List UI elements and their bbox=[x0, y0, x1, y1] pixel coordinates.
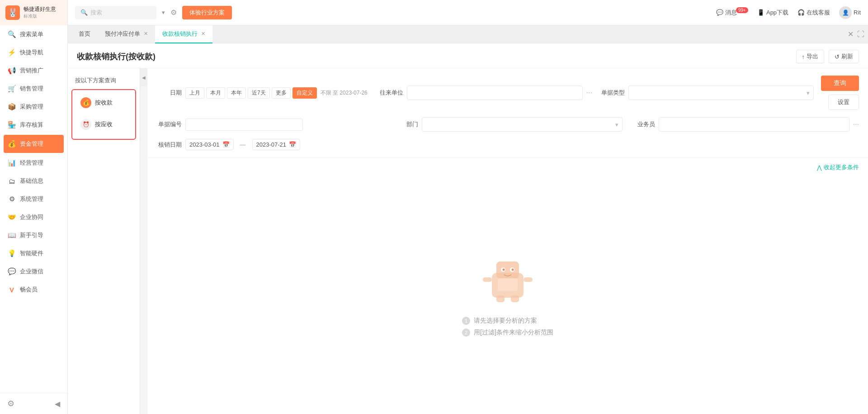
empty-state-content: 1 请先选择要分析的方案 2 用[过滤]条件来缩小分析范围 bbox=[462, 255, 553, 337]
tab-close-all-icon[interactable]: ✕ bbox=[848, 30, 854, 38]
verify-date-start-field[interactable]: 2023-03-01 📅 bbox=[185, 139, 234, 150]
sidebar-item-label: 资金管理 bbox=[20, 140, 43, 148]
collapse-panel-button[interactable]: ◀ bbox=[140, 68, 147, 86]
user-avatar: 👤 bbox=[839, 6, 852, 19]
sidebar-item-basic-info[interactable]: 🗂 基础信息 bbox=[0, 172, 67, 190]
topbar-gear-icon[interactable]: ⚙ bbox=[170, 8, 177, 17]
tab-prepay[interactable]: 预付冲应付单 ✕ bbox=[98, 25, 155, 43]
sales-icon: 🛒 bbox=[7, 85, 16, 93]
sidebar-item-inventory[interactable]: 🏪 库存核算 bbox=[0, 116, 67, 134]
collapse-more-btn[interactable]: ⋀ 收起更多条件 bbox=[817, 163, 859, 171]
app-download-action[interactable]: 📱 App下载 bbox=[757, 9, 788, 17]
refresh-button[interactable]: ↺ 刷新 bbox=[829, 50, 859, 63]
empty-tips: 1 请先选择要分析的方案 2 用[过滤]条件来缩小分析范围 bbox=[462, 317, 553, 337]
date-label: 日期 bbox=[156, 89, 182, 97]
settings-button[interactable]: 设置 bbox=[828, 95, 859, 110]
verify-date-filter-group: 核销日期 2023-03-01 📅 — 2023-07-21 📅 bbox=[156, 139, 859, 150]
user-menu[interactable]: 👤 Rit bbox=[839, 6, 861, 19]
tip-num-2: 2 bbox=[462, 328, 470, 337]
doc-no-input[interactable] bbox=[185, 119, 303, 131]
partner-dots-icon[interactable]: ··· bbox=[586, 89, 592, 97]
sidebar-item-purchase[interactable]: 📦 采购管理 bbox=[0, 98, 67, 116]
sidebar-item-marketing[interactable]: 📢 营销推广 bbox=[0, 62, 67, 80]
logo-text: 畅捷通好生意 bbox=[24, 6, 56, 13]
date-btn-7days[interactable]: 近7天 bbox=[248, 87, 270, 99]
basic-info-icon: 🗂 bbox=[7, 177, 16, 185]
tip-num-1: 1 bbox=[462, 317, 470, 325]
topbar-search-area[interactable]: 🔍 搜索 bbox=[75, 6, 156, 19]
app-icon: 📱 bbox=[757, 9, 764, 16]
sidebar-item-finance[interactable]: 💰 资金管理 bbox=[4, 135, 64, 153]
date-btn-custom[interactable]: 自定义 bbox=[292, 87, 317, 99]
svg-rect-10 bbox=[498, 278, 518, 291]
sidebar-item-system[interactable]: ⚙ 系统管理 bbox=[0, 190, 67, 208]
tab-expand-icon[interactable]: ⛶ bbox=[857, 30, 864, 38]
receipt-option-label: 按收款 bbox=[95, 99, 113, 107]
page-content: 按以下方案查询 💰 按收款 ⏰ 按应收 ◀ bbox=[68, 68, 868, 414]
sidebar-item-quick-nav[interactable]: ⚡ 快捷导航 bbox=[0, 43, 67, 62]
verify-date-end-field[interactable]: 2023-07-21 📅 bbox=[252, 139, 301, 150]
tab-prepay-label: 预付冲应付单 bbox=[105, 30, 140, 38]
sidebar-item-hardware[interactable]: 💡 智能硬件 bbox=[0, 244, 67, 262]
inventory-icon: 🏪 bbox=[7, 121, 16, 129]
settings-footer-icon[interactable]: ⚙ bbox=[7, 399, 14, 409]
sidebar-item-sales[interactable]: 🛒 销售管理 bbox=[0, 80, 67, 98]
staff-filter-group: 业务员 ··· bbox=[630, 117, 859, 132]
date-btn-more[interactable]: 更多 bbox=[272, 87, 291, 99]
service-icon: 🎧 bbox=[797, 9, 805, 16]
export-button[interactable]: ↑ 导出 bbox=[796, 50, 825, 63]
topbar-search-icon: 🔍 bbox=[80, 9, 88, 16]
date-shortcut-btns: 上月 本月 本年 近7天 更多 自定义 bbox=[185, 87, 317, 99]
system-icon: ⚙ bbox=[7, 195, 16, 203]
messages-action[interactable]: 💬 消息 99+ bbox=[716, 9, 748, 17]
main-bottom: 按以下方案查询 💰 按收款 ⏰ 按应收 ◀ bbox=[68, 68, 868, 414]
tab-receipt-close[interactable]: ✕ bbox=[201, 31, 205, 37]
query-option-by-receipt[interactable]: 💰 按收款 bbox=[75, 93, 132, 113]
dept-filter-group: 部门 ▾ bbox=[393, 117, 622, 132]
doc-type-label: 单据类型 bbox=[599, 89, 625, 97]
logo-area: 🐰 畅捷通好生意 标准版 bbox=[0, 0, 67, 25]
sidebar-footer: ⚙ ◀ bbox=[0, 393, 67, 414]
sidebar: 🐰 畅捷通好生意 标准版 🔍 搜索菜单 ⚡ 快捷导航 📢 营销推广 🛒 销售管理… bbox=[0, 0, 68, 414]
dept-select[interactable]: ▾ bbox=[422, 117, 622, 132]
receivable-option-label: 按应收 bbox=[95, 120, 113, 128]
messages-label: 消息 bbox=[725, 9, 737, 17]
date-btn-this-year[interactable]: 本年 bbox=[227, 87, 246, 99]
date-btn-this-month[interactable]: 本月 bbox=[206, 87, 225, 99]
sidebar-item-enterprise[interactable]: 🤝 企业协同 bbox=[0, 208, 67, 226]
query-option-by-receivable[interactable]: ⏰ 按应收 bbox=[75, 114, 132, 134]
sidebar-item-label: 搜索菜单 bbox=[20, 30, 43, 38]
doc-type-select[interactable]: ▾ bbox=[628, 86, 814, 100]
staff-dots-icon[interactable]: ··· bbox=[853, 120, 859, 128]
tab-home[interactable]: 首页 bbox=[71, 25, 98, 43]
wechat-icon: 💬 bbox=[7, 267, 16, 276]
sidebar-item-operation[interactable]: 📊 经营管理 bbox=[0, 154, 67, 172]
query-button[interactable]: 查询 bbox=[821, 76, 859, 91]
search-icon: 🔍 bbox=[7, 30, 16, 38]
query-actions: 查询 设置 bbox=[821, 76, 859, 110]
sidebar-item-label: 新手引导 bbox=[20, 231, 43, 239]
tab-receipt[interactable]: 收款核销执行 ✕ bbox=[155, 25, 212, 43]
online-service-action[interactable]: 🎧 在线客服 bbox=[797, 9, 830, 17]
date-btn-last-month[interactable]: 上月 bbox=[185, 87, 204, 99]
partner-input[interactable] bbox=[407, 86, 583, 100]
topbar-dropdown-icon[interactable]: ▾ bbox=[162, 9, 165, 16]
sidebar-item-member[interactable]: V 畅会员 bbox=[0, 281, 67, 299]
partner-filter-group: 往来单位 ··· bbox=[378, 86, 592, 100]
doc-type-chevron: ▾ bbox=[807, 90, 810, 96]
industry-plan-button[interactable]: 体验行业方案 bbox=[182, 6, 232, 19]
sidebar-item-search[interactable]: 🔍 搜索菜单 bbox=[0, 25, 67, 43]
page-title: 收款核销执行(按收款) bbox=[77, 51, 156, 62]
filter-divider bbox=[147, 157, 868, 158]
doc-no-label: 单据编号 bbox=[156, 120, 182, 128]
collapse-sidebar-btn[interactable]: ◀ bbox=[55, 400, 60, 408]
sidebar-item-label: 企业协同 bbox=[20, 213, 43, 221]
logo-icon: 🐰 bbox=[5, 5, 20, 20]
query-panel: 按以下方案查询 💰 按收款 ⏰ 按应收 bbox=[68, 68, 140, 414]
topbar-search-label: 搜索 bbox=[90, 9, 102, 17]
staff-input[interactable] bbox=[659, 117, 849, 132]
tab-prepay-close[interactable]: ✕ bbox=[144, 31, 148, 37]
sidebar-item-wechat[interactable]: 💬 企业微信 bbox=[0, 262, 67, 281]
sidebar-item-guide[interactable]: 📖 新手引导 bbox=[0, 226, 67, 244]
empty-robot-image bbox=[481, 255, 535, 306]
